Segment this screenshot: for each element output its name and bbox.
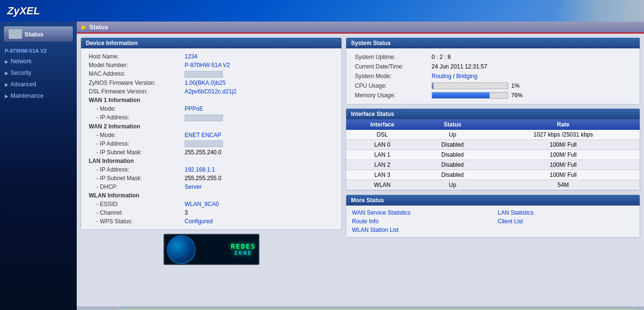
wan2-info-label: WAN 2 Information (87, 122, 336, 131)
cpu-fill (432, 83, 433, 89)
wan1-info-label: WAN 1 Information (87, 96, 336, 104)
route-info-link[interactable]: Route Info (352, 218, 488, 225)
table-row: - IP Address: (87, 139, 336, 149)
maintenance-arrow-icon: ▶ (5, 93, 9, 99)
title-bar: ▶ Status (77, 22, 644, 34)
wan1-mode-label: - Mode: (87, 104, 183, 113)
wan1-ip-value (183, 113, 336, 122)
interface-cell: LAN 2 (346, 160, 418, 170)
rate-cell: 100M/ Full (487, 160, 640, 170)
sidebar-status-button[interactable]: Status (4, 26, 73, 42)
maintenance-label: Maintenance (11, 92, 44, 99)
model-number-value: P-870HW-51A V2 (183, 61, 336, 69)
sidebar-item-advanced[interactable]: ▶ Advanced (0, 79, 77, 90)
table-row: - DHCP: Server (87, 183, 336, 191)
bridging-link[interactable]: Bridging (456, 73, 477, 80)
table-row: - IP Address: (87, 113, 336, 122)
wan1-ip-label: - IP Address: (87, 113, 183, 122)
lan-ip-value: 192.168.1.1 (183, 165, 336, 174)
col-status: Status (418, 119, 487, 130)
dsl-firmware-label: DSL Firmware Version: (87, 87, 183, 96)
zynos-firmware-label: ZyNOS Firmware Version: (87, 79, 183, 87)
mode-separator: / (451, 73, 456, 80)
table-row: - IP Address: 192.168.1.1 (87, 165, 336, 174)
cpu-label: CPU Usage: (352, 81, 429, 91)
dhcp-label: - DHCP: (87, 183, 183, 191)
interface-status-body: Interface Status Rate DSLUp1027 kbps /25… (346, 119, 640, 190)
header: ZyXEL (0, 0, 644, 22)
interface-cell: WLAN (346, 180, 418, 190)
table-row: LAN 2Disabled100M/ Full (346, 160, 640, 170)
wan1-ip-masked (185, 115, 223, 121)
wan2-mode-label: - Mode: (87, 131, 183, 139)
device-info-table: Host Name: 1234 Model Number: P-870HW-51… (87, 52, 336, 226)
wan2-mode-value: ENET ENCAP (183, 131, 336, 139)
system-status-section: System Status System Uptime: 0 : 2 : 8 C… (346, 37, 640, 104)
table-row: WLANUp54M (346, 180, 640, 190)
lan-info-label: LAN Information (87, 157, 336, 165)
security-arrow-icon: ▶ (5, 70, 9, 76)
wan2-ip-value (183, 139, 336, 149)
datetime-value: 24 Jun 2011 12:31:57 (429, 62, 634, 71)
more-status-empty (498, 227, 634, 233)
sidebar-item-security[interactable]: ▶ Security (0, 67, 77, 79)
status-icon (9, 29, 22, 39)
table-row: DSLUp1027 kbps /25031 kbps (346, 130, 640, 140)
lan-statistics-link[interactable]: LAN Statistics (498, 209, 634, 216)
status-cell: Up (418, 130, 487, 140)
essid-value: WLAN_9CA0 (183, 200, 336, 208)
client-list-link[interactable]: Client List (498, 218, 634, 225)
device-name: P-870HW-51A V2 (0, 44, 77, 56)
table-row: System Mode: Routing / Bridging (352, 71, 634, 81)
wan2-subnet-label: - IP Subnet Mask: (87, 148, 183, 157)
status-cell: Disabled (418, 140, 487, 150)
sidebar-item-maintenance[interactable]: ▶ Maintenance (0, 90, 77, 102)
security-label: Security (11, 69, 31, 76)
wan-service-statistics-link[interactable]: WAN Service Statistics (352, 209, 488, 216)
essid-label: - ESSID: (87, 200, 183, 208)
status-label: Status (24, 31, 44, 38)
cpu-progress-bar (432, 82, 508, 89)
table-row: WLAN Information (87, 191, 336, 200)
network-arrow-icon: ▶ (5, 59, 9, 64)
system-status-body: System Uptime: 0 : 2 : 8 Current Date/Ti… (346, 48, 640, 104)
more-status-body: WAN Service Statistics LAN Statistics Ro… (346, 206, 640, 237)
interface-cell: LAN 3 (346, 170, 418, 180)
table-row: - IP Subnet Mask: 255.255.255.0 (87, 174, 336, 183)
status-cell: Disabled (418, 160, 487, 170)
advanced-label: Advanced (11, 81, 36, 88)
table-row: System Uptime: 0 : 2 : 8 (352, 52, 634, 62)
table-row: LAN 3Disabled100M/ Full (346, 170, 640, 180)
wlan-info-label: WLAN Information (87, 191, 336, 200)
table-row: LAN 0Disabled100M/ Full (346, 140, 640, 150)
content-inner: Device Information Host Name: 1234 Model… (77, 34, 644, 307)
dsl-firmware-value: A2pv6bC012c.d21j2 (183, 87, 336, 96)
table-row: - WPS Status: Configured (87, 217, 336, 226)
wan2-subnet-value: 255.255.240.0 (183, 148, 336, 157)
table-row: Memory Usage: 76% (352, 91, 634, 100)
table-row: - ESSID: WLAN_9CA0 (87, 200, 336, 208)
redes-zone-image: REDESZONE (164, 234, 259, 265)
table-row: Interface Status Rate (346, 119, 640, 130)
table-row: CPU Usage: 1% (352, 81, 634, 91)
status-cell: Disabled (418, 170, 487, 180)
col-rate: Rate (487, 119, 640, 130)
device-info-body: Host Name: 1234 Model Number: P-870HW-51… (81, 48, 341, 230)
interface-status-header: Interface Status (346, 109, 640, 119)
table-row: WAN 2 Information (87, 122, 336, 131)
channel-label: - Channel: (87, 208, 183, 217)
table-row: DSL Firmware Version: A2pv6bC012c.d21j2 (87, 87, 336, 96)
system-status-header: System Status (346, 38, 640, 48)
sidebar-item-network[interactable]: ▶ Network (0, 56, 77, 67)
uptime-value: 0 : 2 : 8 (429, 52, 634, 62)
right-panel: System Status System Uptime: 0 : 2 : 8 C… (346, 37, 640, 303)
table-row: Host Name: 1234 (87, 52, 336, 61)
zyxel-logo: ZyXEL (7, 5, 40, 17)
host-name-value: 1234 (183, 52, 336, 61)
routing-link[interactable]: Routing (432, 73, 451, 80)
main-layout: Status P-870HW-51A V2 ▶ Network ▶ Securi… (0, 22, 644, 310)
iface-table-body: DSLUp1027 kbps /25031 kbpsLAN 0Disabled1… (346, 130, 640, 190)
interface-cell: DSL (346, 130, 418, 140)
interface-cell: LAN 0 (346, 140, 418, 150)
wlan-station-list-link[interactable]: WLAN Station List (352, 227, 488, 233)
